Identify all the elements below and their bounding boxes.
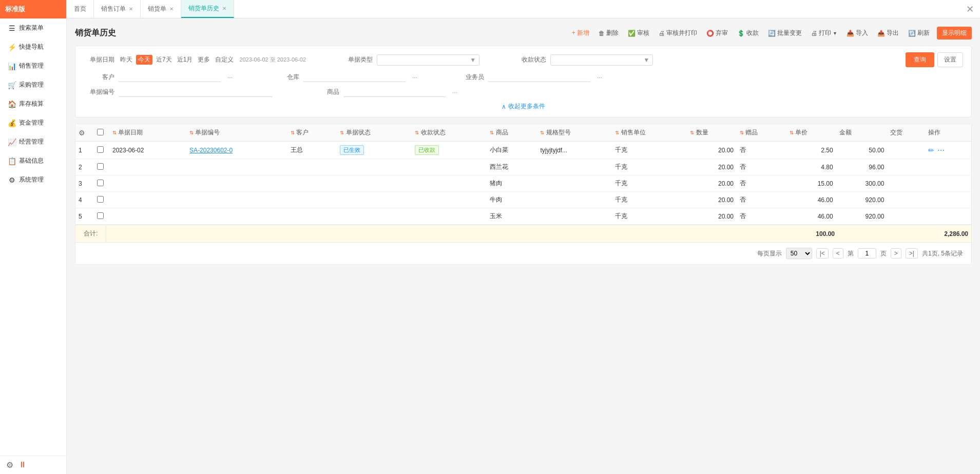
- sidebar-item-operation-mgmt[interactable]: 📈 经营管理: [0, 132, 66, 151]
- page-number-input[interactable]: [858, 248, 876, 259]
- row-checkbox[interactable]: [97, 212, 104, 219]
- abandon-button[interactable]: ⭕ 弃审: [704, 28, 730, 38]
- customer-dots[interactable]: ···: [227, 74, 233, 81]
- more-action-icon[interactable]: ⋯: [937, 146, 945, 154]
- table-row: 3 猪肉 千克 20.00 否 15.00 300.00: [75, 175, 971, 192]
- shortcut-custom[interactable]: 自定义: [214, 55, 235, 65]
- first-page-button[interactable]: |<: [816, 248, 829, 259]
- sort-icon[interactable]: ⇅: [189, 130, 194, 135]
- audit-button[interactable]: ✅ 审核: [626, 28, 651, 38]
- new-button[interactable]: + 新增: [570, 28, 591, 38]
- sidebar-item-inventory[interactable]: 🏠 库存核算: [0, 94, 66, 113]
- filter-goods-group: 商品 ···: [309, 87, 457, 97]
- th-gift: ⇅ 赠品: [737, 124, 786, 142]
- refresh-button[interactable]: 🔃 刷新: [906, 28, 932, 38]
- sidebar-item-quick-nav[interactable]: ⚡ 快捷导航: [0, 37, 66, 56]
- cell-trade: [887, 175, 925, 192]
- shortcut-more[interactable]: 更多: [196, 55, 212, 65]
- shortcut-yesterday[interactable]: 昨天: [119, 55, 134, 65]
- collect-button[interactable]: 💲 收款: [735, 28, 761, 38]
- table-settings-icon[interactable]: ⚙: [79, 129, 85, 137]
- settings-filter-button[interactable]: 设置: [937, 52, 963, 67]
- docno-input[interactable]: [119, 87, 273, 97]
- th-spec: ⇅ 规格型号: [537, 124, 612, 142]
- tab-sales-history-close[interactable]: ✕: [222, 6, 226, 11]
- sidebar: 标准版 ☰ 搜索菜单 ⚡ 快捷导航 📊 销售管理 🛒 采购管理 🏠 库存核算 💰…: [0, 0, 67, 474]
- goods-input[interactable]: [343, 87, 446, 97]
- edit-action-icon[interactable]: ✏: [928, 146, 934, 154]
- per-page-select[interactable]: 50 100 200: [786, 248, 812, 259]
- sort-icon[interactable]: ⇅: [291, 130, 295, 135]
- prev-page-button[interactable]: <: [833, 248, 843, 259]
- import-icon: 📥: [847, 30, 854, 37]
- tab-sales-goods-close[interactable]: ✕: [169, 6, 174, 12]
- sidebar-item-finance-mgmt[interactable]: 💰 资金管理: [0, 113, 66, 132]
- sidebar-settings-icon[interactable]: ⚙: [6, 460, 13, 470]
- cell-customer: [287, 159, 337, 175]
- row-checkbox[interactable]: [97, 180, 104, 186]
- sidebar-item-purchase-mgmt[interactable]: 🛒 采购管理: [0, 75, 66, 94]
- show-detail-button[interactable]: 显示明细: [937, 27, 972, 40]
- sort-icon[interactable]: ⇅: [740, 130, 744, 135]
- next-page-button[interactable]: >: [891, 248, 901, 259]
- shortcut-1month[interactable]: 近1月: [176, 55, 195, 65]
- tab-home[interactable]: 首页: [67, 0, 94, 18]
- sort-icon[interactable]: ⇅: [540, 130, 544, 135]
- cell-trade: [887, 192, 925, 208]
- sidebar-item-sys-mgmt[interactable]: ⚙ 系统管理: [0, 170, 66, 189]
- sort-icon[interactable]: ⇅: [790, 130, 794, 135]
- cell-spec: tyjyjtyjdf...: [537, 142, 612, 159]
- doc-type-select[interactable]: ▼: [377, 54, 479, 66]
- cell-amount: 96.00: [836, 159, 888, 175]
- sort-icon[interactable]: ⇅: [490, 130, 494, 135]
- sidebar-item-label: 资金管理: [19, 118, 44, 127]
- close-all-tabs[interactable]: ✕: [960, 4, 980, 15]
- tab-sales-order[interactable]: 销售订单 ✕: [94, 0, 141, 18]
- filter-row-2: 客户 ··· 仓库 ··· 业务员 ···: [84, 72, 963, 82]
- collapse-button[interactable]: ∧ 收起更多条件: [84, 102, 963, 111]
- export-button[interactable]: 📤 导出: [875, 28, 901, 38]
- row-checkbox[interactable]: [97, 163, 104, 170]
- query-button[interactable]: 查询: [906, 52, 934, 67]
- sidebar-item-basic-info[interactable]: 📋 基础信息: [0, 151, 66, 170]
- salesperson-input[interactable]: [488, 72, 591, 82]
- warehouse-input[interactable]: [303, 72, 406, 82]
- delete-button[interactable]: 🗑 删除: [597, 28, 621, 38]
- shortcut-7days[interactable]: 近7天: [155, 55, 174, 65]
- salesperson-dots[interactable]: ···: [597, 74, 602, 81]
- batch-change-button[interactable]: 🔄 批量变更: [766, 28, 804, 38]
- sidebar-item-search-menu[interactable]: ☰ 搜索菜单: [0, 18, 66, 37]
- import-button[interactable]: 📥 导入: [844, 28, 870, 38]
- shortcut-today[interactable]: 今天: [136, 55, 152, 65]
- sort-icon[interactable]: ⇅: [690, 130, 694, 135]
- cell-goods: 牛肉: [487, 192, 537, 208]
- th-checkbox: [94, 124, 109, 142]
- sort-icon[interactable]: ⇅: [340, 130, 344, 135]
- delete-icon: 🗑: [599, 30, 605, 37]
- cell-price: 46.00: [786, 192, 836, 208]
- tab-sales-order-close[interactable]: ✕: [129, 6, 133, 12]
- sort-icon[interactable]: ⇅: [112, 130, 117, 135]
- audit-print-button[interactable]: 🖨 审核并打印: [657, 28, 699, 38]
- cell-doc-date: [109, 192, 186, 208]
- customer-input[interactable]: [119, 72, 221, 82]
- row-checkbox[interactable]: [97, 146, 104, 153]
- goods-dots[interactable]: ···: [452, 89, 457, 96]
- tab-sales-history[interactable]: 销货单历史 ✕: [181, 0, 234, 18]
- select-all-checkbox[interactable]: [97, 129, 104, 135]
- sort-icon[interactable]: ⇅: [415, 130, 419, 135]
- doc-number-link[interactable]: SA-20230602-0: [189, 147, 233, 154]
- quick-nav-icon: ⚡: [8, 43, 16, 51]
- cell-unit: 千克: [612, 159, 687, 175]
- sidebar-pause-icon[interactable]: ⏸: [18, 460, 27, 470]
- cell-doc-number: [186, 192, 287, 208]
- salesperson-label: 业务员: [453, 73, 484, 82]
- payment-status-select[interactable]: ▼: [550, 54, 653, 66]
- sidebar-item-sales-mgmt[interactable]: 📊 销售管理: [0, 56, 66, 75]
- sort-icon[interactable]: ⇅: [615, 130, 619, 135]
- warehouse-dots[interactable]: ···: [412, 74, 417, 81]
- last-page-button[interactable]: >|: [906, 248, 918, 259]
- print-button[interactable]: 🖨 打印 ▼: [809, 28, 839, 38]
- row-checkbox[interactable]: [97, 196, 104, 203]
- tab-sales-goods[interactable]: 销货单 ✕: [141, 0, 181, 18]
